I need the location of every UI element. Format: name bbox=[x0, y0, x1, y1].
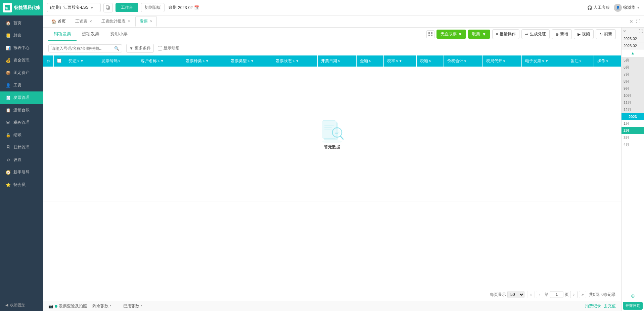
gen-voucher-button[interactable]: ↩ 生成凭证 bbox=[521, 29, 550, 39]
sort-icon[interactable]: ⇅ bbox=[579, 60, 582, 63]
copy-button[interactable] bbox=[103, 3, 113, 12]
close-tab-icon[interactable]: ✕ bbox=[128, 20, 130, 23]
open-period-button[interactable]: 开账日期 bbox=[623, 302, 643, 310]
search-icon[interactable]: 🔍 bbox=[114, 46, 119, 51]
filter-icon[interactable]: ▼ bbox=[250, 59, 254, 63]
tab-salary-stats[interactable]: 工资统计报表 ✕ bbox=[97, 16, 135, 27]
sort-icon[interactable]: ⇅ bbox=[292, 60, 295, 63]
new-button[interactable]: ⊕ 新增 bbox=[552, 29, 572, 39]
per-page-select[interactable]: 50 20 100 bbox=[507, 291, 524, 298]
sidebar-item-salary[interactable]: 👤 工资 bbox=[0, 79, 43, 91]
company-selector[interactable]: (勿删）江西股宝-LSS ▼ bbox=[47, 3, 101, 12]
sub-tab-purchase[interactable]: 进项发票 bbox=[77, 28, 105, 41]
sort-icon[interactable]: ⇅ bbox=[157, 60, 160, 63]
filter-button[interactable]: ▼ 更多条件 bbox=[126, 44, 154, 53]
old-version-button[interactable]: 切到旧版 bbox=[141, 3, 165, 12]
month-12[interactable]: 12月 bbox=[622, 106, 644, 113]
month-9[interactable]: 9月 bbox=[622, 85, 644, 92]
show-detail-checkbox[interactable] bbox=[158, 46, 162, 50]
month-6[interactable]: 6月 bbox=[622, 64, 644, 71]
sidebar-item-archive[interactable]: 🗄 归档管理 bbox=[0, 141, 43, 154]
sidebar-item-sales-ledger[interactable]: 📋 进销台账 bbox=[0, 104, 43, 116]
page-input[interactable] bbox=[550, 291, 563, 298]
batch-op-button[interactable]: ≡ 批量操作 bbox=[492, 29, 519, 39]
prev-page-button[interactable]: ‹ bbox=[536, 291, 543, 298]
col-settings[interactable]: ⚙ bbox=[43, 55, 54, 67]
sort-icon[interactable]: ⇅ bbox=[118, 60, 121, 63]
expand-icon[interactable]: ⛶ bbox=[636, 19, 640, 24]
sidebar-item-member[interactable]: ⭐ 畅会员 bbox=[0, 179, 43, 191]
calendar-icon[interactable]: 📅 bbox=[194, 5, 199, 10]
month-8[interactable]: 8月 bbox=[622, 78, 644, 85]
sort-icon[interactable]: ⇅ bbox=[606, 60, 608, 63]
sidebar-item-home[interactable]: 🏠 首页 bbox=[0, 17, 43, 29]
sidebar-item-closing[interactable]: 🔒 结账 bbox=[0, 129, 43, 141]
show-detail-toggle[interactable]: 显示明细 bbox=[158, 45, 180, 51]
filter-icon[interactable]: ▼ bbox=[399, 59, 402, 63]
filter-icon[interactable]: ▼ bbox=[295, 59, 299, 63]
close-all-icon[interactable]: ✕ bbox=[629, 19, 633, 24]
sort-icon[interactable]: ⇅ bbox=[369, 60, 371, 63]
sort-icon[interactable]: ⇅ bbox=[542, 60, 544, 63]
sort-icon[interactable]: ⇅ bbox=[464, 60, 466, 63]
month-2023-4[interactable]: 4月 bbox=[622, 141, 644, 148]
sort-icon[interactable]: ⇅ bbox=[202, 60, 205, 63]
sort-icon[interactable]: ⇅ bbox=[338, 60, 340, 63]
month-2023-2[interactable]: 2月 bbox=[622, 127, 644, 134]
sidebar-item-invoice-mgmt[interactable]: 🧾 发票管理 bbox=[0, 91, 43, 104]
refresh-button[interactable]: ↻ 刷新 bbox=[596, 29, 616, 39]
sidebar-item-ledger[interactable]: 📒 总账 bbox=[0, 29, 43, 42]
month-2023-3[interactable]: 3月 bbox=[622, 134, 644, 141]
search-field[interactable]: 🔍 bbox=[48, 44, 122, 52]
take-button[interactable]: 取票 ▼ bbox=[468, 30, 490, 39]
last-page-button[interactable]: » bbox=[579, 291, 586, 298]
close-tab-icon[interactable]: ✕ bbox=[89, 20, 92, 23]
first-page-button[interactable]: « bbox=[527, 291, 535, 298]
filter-icon[interactable]: ▼ bbox=[205, 59, 209, 63]
sort-icon[interactable]: ⇅ bbox=[429, 60, 431, 63]
sidebar-item-assets[interactable]: 📦 固定资产 bbox=[0, 67, 43, 79]
sort-icon[interactable]: ⇅ bbox=[247, 60, 250, 63]
month-5[interactable]: 5月 bbox=[622, 57, 644, 64]
sort-icon[interactable]: ⇅ bbox=[77, 60, 80, 63]
recharge-link[interactable]: 去充值 bbox=[604, 303, 616, 309]
close-tab-icon[interactable]: ✕ bbox=[150, 20, 152, 23]
date-panel-close-icon[interactable]: ✕ bbox=[623, 29, 626, 34]
search-input[interactable] bbox=[51, 46, 113, 51]
select-all-checkbox[interactable] bbox=[57, 59, 61, 63]
month-2023-1[interactable]: 1月 bbox=[622, 120, 644, 127]
sidebar-item-settings[interactable]: ⚙ 设置 bbox=[0, 154, 43, 166]
tab-invoice[interactable]: 发票 ✕ bbox=[135, 16, 157, 27]
filter-icon[interactable]: ▼ bbox=[545, 59, 548, 63]
video-button[interactable]: ▶ 视频 bbox=[574, 29, 594, 39]
date-scroll-down-btn[interactable]: ⊕ bbox=[622, 291, 644, 301]
sidebar-item-guide[interactable]: 🧭 新手引导 bbox=[0, 166, 43, 179]
filter-icon[interactable]: ▼ bbox=[80, 59, 84, 63]
sidebar-item-tax[interactable]: 🏛 税务管理 bbox=[0, 116, 43, 129]
tab-home[interactable]: 🏠 首页 bbox=[47, 16, 70, 27]
date-recent-1[interactable]: 2023.02 bbox=[622, 35, 644, 42]
sub-tab-sales[interactable]: 销项发票 bbox=[48, 28, 77, 41]
sub-tab-expense[interactable]: 费用小票 bbox=[105, 28, 133, 41]
date-recent-2[interactable]: 2023.02 bbox=[622, 42, 644, 49]
user-service-btn[interactable]: 🎧 人工客服 bbox=[587, 5, 610, 10]
filter-icon[interactable]: ▼ bbox=[160, 59, 164, 63]
sort-icon[interactable]: ⇅ bbox=[503, 60, 505, 63]
sidebar-item-reports[interactable]: 📊 报表中心 bbox=[0, 42, 43, 54]
month-10[interactable]: 10月 bbox=[622, 92, 644, 99]
user-name-btn[interactable]: 👤 徐溢华 ▼ bbox=[614, 4, 640, 12]
col-checkbox[interactable] bbox=[54, 55, 65, 67]
deduct-record-link[interactable]: 扣费记录 bbox=[585, 303, 601, 309]
sort-icon[interactable]: ⇅ bbox=[396, 60, 398, 63]
sidebar-collapse-btn[interactable]: ◀ 收消固定 bbox=[0, 299, 43, 311]
month-11[interactable]: 11月 bbox=[622, 99, 644, 106]
date-scroll-up-btn[interactable]: ▲ bbox=[622, 49, 644, 57]
grid-view-icon[interactable] bbox=[426, 30, 434, 38]
date-panel-expand-icon[interactable]: ⛶ bbox=[639, 29, 643, 34]
next-page-button[interactable]: › bbox=[570, 291, 578, 298]
tab-salary[interactable]: 工资表 ✕ bbox=[71, 16, 96, 27]
sidebar-item-fund[interactable]: 💰 资金管理 bbox=[0, 54, 43, 67]
month-7[interactable]: 7月 bbox=[622, 71, 644, 78]
workspace-button[interactable]: 工作台 bbox=[116, 3, 138, 12]
no-tax-button[interactable]: 无血取票 ▼ bbox=[436, 30, 466, 39]
